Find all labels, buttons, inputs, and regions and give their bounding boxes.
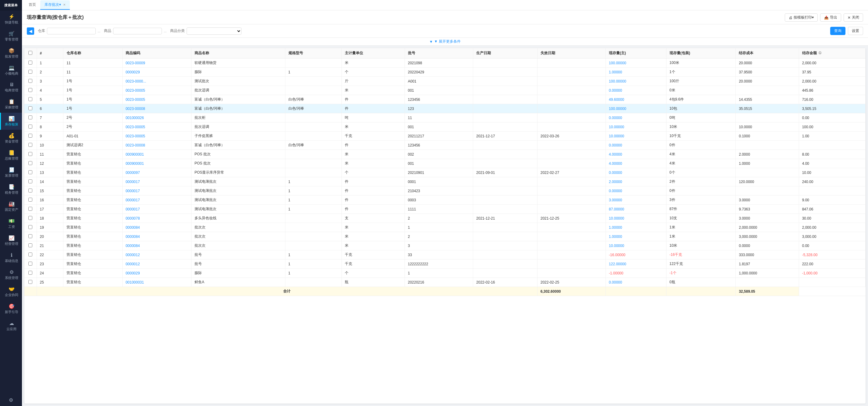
row-checkbox-cell[interactable] — [24, 168, 37, 177]
sidebar-item-小额电商[interactable]: 💻 小额电商 — [0, 62, 22, 79]
sidebar-item-资金管理[interactable]: 💰 资金管理 — [0, 130, 22, 147]
settings-button[interactable]: 设置 — [848, 27, 863, 35]
sidebar-item-电商管理[interactable]: 🖥 电商管理 — [0, 79, 22, 96]
row-checkbox-cell[interactable] — [24, 232, 37, 241]
sidebar-item-系统管理[interactable]: ⚙ 系统管理 — [0, 266, 22, 283]
row-checkbox-cell[interactable] — [24, 278, 37, 287]
row-checkbox[interactable] — [28, 225, 32, 229]
col-name[interactable]: 商品名称 — [191, 48, 285, 59]
sidebar-item-采购管理[interactable]: 📋 采购管理 — [0, 96, 22, 113]
row-checkbox-cell[interactable] — [24, 95, 37, 104]
sidebar-item-新手引导[interactable]: 🎯 新手引导 — [0, 300, 22, 317]
row-qty-main-link[interactable]: 0.00000 — [609, 280, 622, 284]
row-qty-main-link[interactable]: 100.00000 — [609, 107, 626, 111]
export-button[interactable]: 📤 导出 — [820, 13, 841, 22]
row-checkbox-cell[interactable] — [24, 132, 37, 141]
row-checkbox[interactable] — [28, 252, 32, 257]
row-code-link[interactable]: 001000026 — [126, 116, 144, 120]
row-code-link[interactable]: 0000084 — [126, 225, 140, 230]
row-code-link[interactable]: 001000031 — [126, 280, 144, 284]
row-qty-main-link[interactable]: 87.00000 — [609, 207, 624, 211]
row-checkbox-cell[interactable] — [24, 187, 37, 196]
warehouse-input[interactable] — [47, 28, 96, 34]
row-qty-main-link[interactable]: 2.00000 — [609, 180, 622, 184]
row-checkbox[interactable] — [28, 189, 32, 193]
row-code-link[interactable]: 0000097 — [126, 171, 140, 175]
row-qty-main-link[interactable]: 10.00000 — [609, 244, 624, 248]
row-code-link[interactable]: 0000084 — [126, 244, 140, 248]
row-qty-main-link[interactable]: 49.60000 — [609, 98, 624, 102]
sidebar-settings-button[interactable]: ⚙ — [0, 394, 22, 406]
col-amount[interactable]: 结存金额 ① — [799, 48, 865, 59]
row-checkbox-cell[interactable] — [24, 86, 37, 95]
row-checkbox-cell[interactable] — [24, 68, 37, 77]
row-code-link[interactable]: 0000012 — [126, 253, 140, 257]
row-code-link[interactable]: 0000084 — [126, 235, 140, 239]
row-checkbox-cell[interactable] — [24, 223, 37, 232]
row-qty-main-link[interactable]: 1.00000 — [609, 235, 622, 239]
row-qty-main-link[interactable]: 4.00000 — [609, 152, 622, 157]
select-all-checkbox[interactable] — [28, 51, 32, 55]
row-code-link[interactable]: 0023-0000... — [126, 79, 146, 83]
col-batch[interactable]: 批号 — [405, 48, 473, 59]
sidebar-item-快捷导航[interactable]: ⚡ 快捷导航 — [0, 11, 22, 28]
row-qty-main-link[interactable]: 100.00000 — [609, 61, 626, 65]
sidebar-item-税务管理[interactable]: 📑 税务管理 — [0, 181, 22, 198]
row-checkbox-cell[interactable] — [24, 141, 37, 150]
row-code-link[interactable]: 0000078 — [126, 216, 140, 221]
row-checkbox[interactable] — [28, 170, 32, 174]
col-code[interactable]: 商品编码 — [122, 48, 191, 59]
row-checkbox-cell[interactable] — [24, 214, 37, 223]
sidebar-item-批发管理[interactable]: 📦 批发管理 — [0, 45, 22, 62]
row-checkbox[interactable] — [28, 115, 32, 120]
row-qty-main-link[interactable]: 0.00000 — [609, 189, 622, 193]
row-code-link[interactable]: 0000012 — [126, 262, 140, 266]
col-qty-pack[interactable]: 现存量(包装) — [666, 48, 736, 59]
row-checkbox[interactable] — [28, 243, 32, 247]
row-code-link[interactable]: 0000017 — [126, 189, 140, 193]
row-checkbox[interactable] — [28, 79, 32, 83]
col-spec[interactable]: 规格型号 — [285, 48, 341, 59]
col-warehouse[interactable]: 仓库名称 — [63, 48, 123, 59]
row-qty-main-link[interactable]: -16.00000 — [609, 253, 625, 257]
row-checkbox[interactable] — [28, 216, 32, 220]
sidebar-item-企业协同[interactable]: 🤝 企业协同 — [0, 283, 22, 300]
row-qty-main-link[interactable]: 100.00000 — [609, 79, 626, 83]
row-code-link[interactable]: 0023-00005 — [126, 88, 145, 93]
col-unit[interactable]: 主计量单位 — [341, 48, 405, 59]
sidebar-item-基础信息[interactable]: ℹ 基础信息 — [0, 249, 22, 266]
sidebar-item-固定资产[interactable]: 🏭 固定资产 — [0, 198, 22, 215]
row-checkbox-cell[interactable] — [24, 77, 37, 86]
row-code-link[interactable]: 0023-00008 — [126, 143, 145, 147]
row-checkbox-cell[interactable] — [24, 159, 37, 168]
row-checkbox[interactable] — [28, 143, 32, 147]
sidebar-item-经营管理[interactable]: 📈 经营管理 — [0, 232, 22, 249]
col-checkbox[interactable] — [24, 48, 37, 59]
row-checkbox-cell[interactable] — [24, 113, 37, 123]
print-button[interactable]: 🖨 按模板打印▾ — [785, 13, 818, 22]
row-qty-main-link[interactable]: 4.00000 — [609, 162, 622, 166]
collapse-search-button[interactable]: ◀ — [27, 27, 34, 35]
row-checkbox[interactable] — [28, 198, 32, 202]
row-code-link[interactable]: 0000017 — [126, 180, 140, 184]
row-checkbox-cell[interactable] — [24, 241, 37, 250]
col-prod-date[interactable]: 生产日期 — [473, 48, 537, 59]
row-code-link[interactable]: 0000017 — [126, 207, 140, 211]
row-checkbox-cell[interactable] — [24, 260, 37, 269]
tab-close-button[interactable]: ✕ — [63, 3, 66, 6]
row-checkbox[interactable] — [28, 234, 32, 238]
row-checkbox[interactable] — [28, 88, 32, 92]
row-checkbox-cell[interactable] — [24, 250, 37, 260]
row-qty-main-link[interactable]: 0.00000 — [609, 88, 622, 93]
category-select[interactable] — [187, 27, 242, 35]
sidebar-item-总账管理[interactable]: 📒 总账管理 — [0, 147, 22, 164]
row-qty-main-link[interactable]: 0.00000 — [609, 171, 622, 175]
row-checkbox-cell[interactable] — [24, 104, 37, 113]
row-checkbox[interactable] — [28, 280, 32, 284]
row-checkbox[interactable] — [28, 262, 32, 266]
row-checkbox[interactable] — [28, 106, 32, 110]
row-code-link[interactable]: 0000029 — [126, 271, 140, 275]
row-checkbox-cell[interactable] — [24, 59, 37, 68]
row-checkbox[interactable] — [28, 70, 32, 74]
sidebar-item-库存核算[interactable]: 📊 库存核算 — [0, 113, 22, 130]
